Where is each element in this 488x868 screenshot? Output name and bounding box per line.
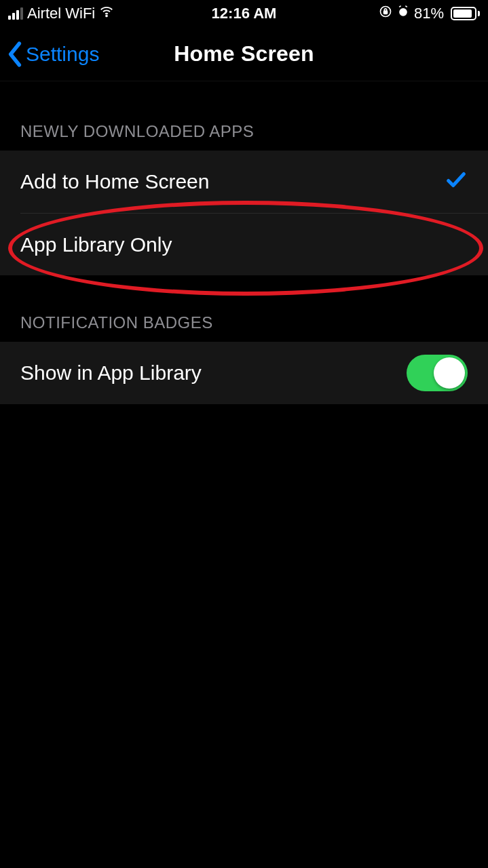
chevron-left-icon bbox=[7, 41, 23, 67]
status-left: Airtel WiFi bbox=[8, 4, 114, 23]
toggle-knob bbox=[434, 357, 465, 389]
notification-badges-group: Show in App Library bbox=[0, 342, 488, 404]
page-title: Home Screen bbox=[174, 41, 314, 66]
newly-downloaded-group: Add to Home Screen App Library Only bbox=[0, 151, 488, 275]
nav-header: Settings Home Screen bbox=[0, 27, 488, 81]
wifi-icon bbox=[99, 4, 114, 23]
battery-icon bbox=[448, 7, 480, 20]
back-button[interactable]: Settings bbox=[0, 41, 99, 67]
cellular-signal-icon bbox=[8, 7, 23, 20]
carrier-label: Airtel WiFi bbox=[27, 5, 95, 22]
section-header-notification-badges: Notification Badges bbox=[0, 275, 488, 342]
svg-point-3 bbox=[399, 8, 407, 16]
battery-percent-label: 81% bbox=[414, 5, 444, 22]
option-add-to-home-screen[interactable]: Add to Home Screen bbox=[0, 151, 488, 213]
rotation-lock-icon bbox=[379, 5, 392, 22]
toggle-label: Show in App Library bbox=[20, 361, 202, 384]
option-app-library-only[interactable]: App Library Only bbox=[20, 213, 488, 275]
svg-point-0 bbox=[106, 16, 107, 17]
svg-rect-2 bbox=[383, 11, 387, 14]
status-bar: Airtel WiFi 12:16 AM 81% bbox=[0, 0, 488, 27]
option-label: App Library Only bbox=[20, 233, 172, 256]
toggle-show-in-app-library[interactable] bbox=[407, 355, 468, 391]
back-label: Settings bbox=[26, 43, 99, 66]
status-time: 12:16 AM bbox=[212, 5, 277, 22]
toggle-show-in-app-library-row: Show in App Library bbox=[0, 342, 488, 404]
status-right: 81% bbox=[379, 5, 480, 22]
section-header-newly-downloaded: Newly Downloaded Apps bbox=[0, 81, 488, 151]
alarm-icon bbox=[396, 5, 410, 22]
checkmark-icon bbox=[445, 168, 468, 196]
option-label: Add to Home Screen bbox=[20, 170, 209, 193]
